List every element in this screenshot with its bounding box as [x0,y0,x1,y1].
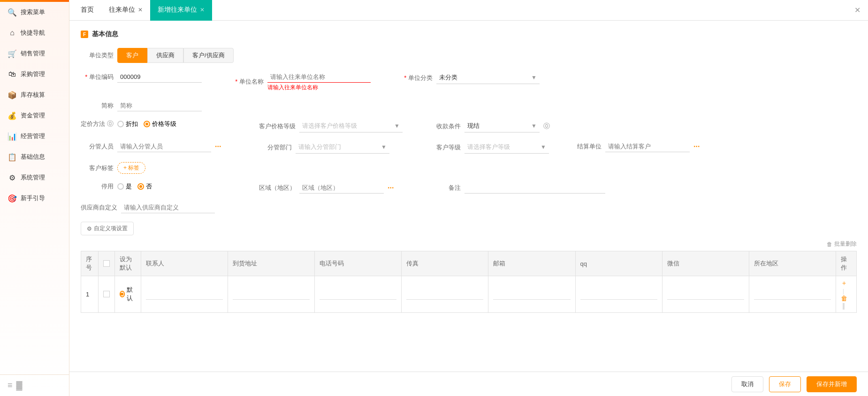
row-delete-button[interactable]: 🗑 [841,295,847,302]
supplier-custom-input[interactable] [121,202,215,213]
custom-settings-button[interactable]: ⚙ 自定义项设置 [81,222,134,235]
pricing-radio-level[interactable]: 价格等级 [144,120,176,128]
cell-seq: 1 [81,276,99,313]
contact-table-container: 🗑 批量删除 序号 设为默认 联系人 到货地址 电话号码 传真 邮箱 qq [81,240,857,313]
cell-wechat [662,276,749,313]
select-all-checkbox[interactable] [103,260,110,267]
pricing-method-help-icon[interactable]: ⓪ [107,120,114,127]
settlement-more-icon[interactable]: ··· [693,142,700,151]
region-field: 区域（地区） ··· [259,182,428,194]
qq-input[interactable] [580,288,657,300]
sidebar-item-guide[interactable]: 🎯 新手引导 [0,188,69,209]
sidebar-item-search[interactable]: 🔍 搜索菜单 [0,2,69,23]
sidebar-item-basic[interactable]: 📋 基础信息 [0,147,69,167]
unit-type-row: 单位类型 客户 供应商 客户/供应商 [81,48,857,63]
gear-icon: ⚙ [87,225,92,232]
sidebar-item-sales[interactable]: 🛒 销售管理 [0,43,69,64]
form-area: F 基本信息 单位类型 客户 供应商 客户/供应商 * 单位编码 [69,21,868,372]
settlement-input[interactable] [605,141,690,152]
region-more-icon[interactable]: ··· [388,184,394,192]
cell-region [749,276,836,313]
payment-term-select[interactable]: 现结 ▼ [464,120,540,132]
customer-level-chevron-icon: ▼ [541,144,546,150]
section-header: F 基本信息 [81,30,857,39]
address-input[interactable] [233,288,310,300]
unit-code-input[interactable] [117,71,202,83]
sidebar-item-inventory[interactable]: 📦 库存核算 [0,85,69,105]
customer-level-field: 客户等级 请选择客户等级 ▼ [428,141,569,154]
tab-home[interactable]: 首页 [73,0,101,21]
save-and-new-button[interactable]: 保存并新增 [807,376,857,392]
pricing-method-field: 定价方法 ⓪ 折扣 价格等级 [81,120,259,128]
fax-input[interactable] [406,288,483,300]
pricing-method-label: 定价方法 ⓪ [81,120,114,128]
phone-input[interactable] [320,288,396,300]
payment-term-help-icon[interactable]: ⓪ [543,122,550,131]
remark-input[interactable] [464,182,605,194]
supplier-custom-label: 供应商自定义 [81,203,117,212]
contact-input[interactable] [146,288,223,300]
dept-select[interactable]: 请输入分管部门 ▼ [296,141,389,154]
disabled-radio-no[interactable]: 否 [137,182,152,191]
price-level-chevron-icon: ▼ [394,123,400,129]
row-checkbox[interactable] [103,291,110,297]
batch-delete-button[interactable]: 🗑 批量删除 [827,240,857,248]
cancel-button[interactable]: 取消 [731,376,763,392]
region-label: 区域（地区） [259,184,296,192]
discount-radio-circle [117,121,124,127]
type-btn-supplier[interactable]: 供应商 [147,48,183,63]
price-level-select[interactable]: 请选择客户价格等级 ▼ [299,120,403,132]
manager-field: 分管人员 ··· [81,141,259,152]
unit-name-wrapper: 请输入往来单位名称 [267,71,371,92]
tab-partner-close[interactable]: ✕ [138,7,143,13]
tab-new-partner-close[interactable]: ✕ [200,7,205,13]
email-input[interactable] [493,288,570,300]
sidebar-item-finance[interactable]: 💰 资金管理 [0,105,69,126]
supplier-custom-row: 供应商自定义 [81,202,857,213]
cell-action: ＋ | 🗑 [836,276,856,313]
sidebar-item-quick-nav[interactable]: ⌂ 快捷导航 [0,23,69,43]
sidebar-item-purchase[interactable]: 🛍 采购管理 [0,64,69,85]
row-add-button[interactable]: ＋ [841,279,847,287]
pricing-row: 定价方法 ⓪ 折扣 价格等级 客户价格等级 [81,120,857,132]
col-action: 操作 [836,251,856,276]
dept-label: 分管部门 [259,143,292,152]
tab-partner[interactable]: 往来单位 ✕ [101,0,150,21]
customer-level-label: 客户等级 [428,143,461,152]
sidebar-item-operations[interactable]: 📊 经营管理 [0,126,69,147]
unit-category-select[interactable]: 未分类 ▼ [436,71,540,84]
save-button[interactable]: 保存 [769,376,801,392]
set-default-radio[interactable]: 默认 [120,286,136,303]
home-icon: ⌂ [8,28,17,38]
sidebar-item-system[interactable]: ⚙ 系统管理 [0,167,69,188]
supplier-custom-field: 供应商自定义 [81,202,259,213]
disabled-radio-yes[interactable]: 是 [117,182,132,191]
cell-checkbox [98,276,114,313]
sidebar-expand-icon[interactable]: ≡ [8,380,13,390]
abbr-input[interactable] [117,100,202,111]
tab-new-partner[interactable]: 新增往来单位 ✕ [150,0,212,21]
customer-level-select[interactable]: 请选择客户等级 ▼ [464,141,549,154]
abbr-label: 简称 [81,101,114,110]
cell-fax [402,276,488,313]
row-region-input[interactable] [754,288,831,300]
price-level-label: 客户价格等级 [259,122,296,131]
sidebar-bars-icon[interactable]: ▓ [16,380,23,390]
add-tag-button[interactable]: + 标签 [117,162,145,174]
sidebar-bottom: ≡ ▓ [0,374,69,396]
close-all-tabs-button[interactable]: ✕ [851,6,864,15]
unit-category-field: * 单位分类 未分类 ▼ [400,71,559,84]
dept-chevron-icon: ▼ [381,144,387,150]
pricing-radio-discount[interactable]: 折扣 [117,120,138,128]
manager-label: 分管人员 [81,142,114,151]
unit-name-input[interactable] [267,71,371,83]
region-input[interactable] [299,182,384,194]
wechat-input[interactable] [667,288,744,300]
cell-contact [141,276,228,313]
type-btn-both[interactable]: 客户/供应商 [183,48,234,63]
manager-input[interactable] [117,141,211,152]
manager-more-icon[interactable]: ··· [215,142,221,151]
unit-type-btn-group: 客户 供应商 客户/供应商 [117,48,234,63]
type-btn-customer[interactable]: 客户 [117,48,147,63]
remark-field: 备注 [428,182,857,194]
